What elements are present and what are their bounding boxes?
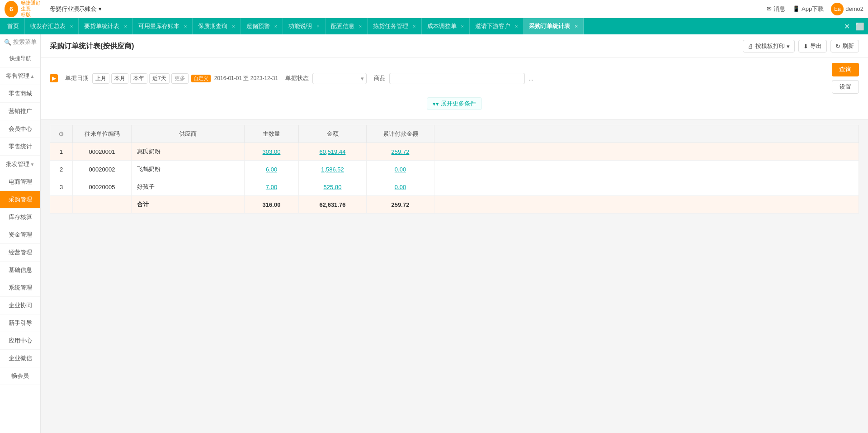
tab-shoufa[interactable]: 收发存汇总表 × [25,18,79,34]
tab-close-pinhuo[interactable]: × [413,24,415,29]
sidebar-item-basic[interactable]: 基础信息 [0,262,40,279]
cell-paid: 259.72 [367,143,434,161]
filter-expand-icon[interactable]: ▶ [50,74,58,82]
tab-close-caigou[interactable]: × [575,24,577,29]
sidebar-item-appstore[interactable]: 应用中心 [0,332,40,350]
expand-row: ▾▾ 展开更多条件 [50,94,859,114]
workspace-selector[interactable]: 母婴行业演示账套 ▾ [45,5,106,13]
sidebar-item-member2[interactable]: 畅会员 [0,367,40,385]
user-profile[interactable]: Ea demo2 [831,3,863,15]
sidebar-item-operation[interactable]: 经营管理 [0,244,40,262]
sidebar-item-newguide[interactable]: 新手引导 [0,314,40,332]
tab-gongneng[interactable]: 功能说明 × [283,18,325,34]
tab-yaohuo[interactable]: 要货单统计表 × [79,18,132,34]
cell-extra [434,143,859,161]
cell-qty: 303.00 [245,143,299,161]
sidebar-item-wholesale[interactable]: 批发管理 ▼ [0,156,40,173]
sidebar-item-retail[interactable]: 零售管理 ▲ [0,67,40,85]
amount-link[interactable]: 1,586.52 [321,166,344,173]
sidebar-item-marketing[interactable]: 营销推广 [0,103,40,120]
sidebar-item-enterprise[interactable]: 企业协同 [0,297,40,314]
th-paid: 累计付款金额 [367,125,434,143]
tab-close-yaohuo[interactable]: × [124,24,127,29]
search-menu-btn[interactable]: 🔍 搜索菜单 [3,38,38,46]
message-btn[interactable]: ✉ 消息 [767,5,785,13]
footer-label-text: 合计 [132,196,245,214]
footer-label [73,196,132,214]
amount-link[interactable]: 60,519.44 [320,148,346,155]
cell-code: 00020001 [73,143,132,161]
tab-keyong[interactable]: 可用量库存账本 × [133,18,193,34]
export-btn[interactable]: ⬇ 导出 [798,40,827,52]
date-7days[interactable]: 近7天 [149,73,170,84]
tab-close-chuchao[interactable]: × [274,24,277,29]
date-this-month[interactable]: 本月 [111,73,128,84]
close-tab-btn[interactable]: ✕ [842,20,852,33]
date-more[interactable]: 更多 [171,73,189,84]
table-header-row: ⚙ 往来单位编码 供应商 主数量 金额 累计付款金额 [50,125,859,143]
cell-amount: 60,519.44 [299,143,367,161]
tab-close-baozhi[interactable]: × [232,24,235,29]
sidebar-item-purchase[interactable]: 采购管理 [0,191,40,209]
sidebar-item-ecommerce[interactable]: 电商管理 [0,173,40,191]
tab-close-chengben[interactable]: × [461,24,464,29]
qty-link[interactable]: 7.00 [266,184,277,190]
tab-close-yaoqing[interactable]: × [515,24,518,29]
tab-close-gongneng[interactable]: × [316,24,319,29]
paid-link[interactable]: 259.72 [392,148,410,155]
tab-peizhiinfo[interactable]: 配置信息 × [326,18,368,34]
qty-link[interactable]: 303.00 [263,148,281,155]
th-qty: 主数量 [245,125,299,143]
tab-close-peizhiinfo[interactable]: × [359,24,362,29]
avatar: Ea [831,3,844,15]
app-download-btn[interactable]: 📱 App下载 [793,5,824,13]
table-row: 3 00020005 好孩子 7.00 525.80 0.00 [50,178,859,196]
query-btn[interactable]: 查询 [832,63,859,76]
column-settings-icon[interactable]: ⚙ [58,130,64,138]
data-table: ⚙ 往来单位编码 供应商 主数量 金额 累计付款金额 1 00020001 [50,125,859,214]
cell-code: 00020002 [73,161,132,178]
print-btn[interactable]: 🖨 按模板打印 ▾ [743,40,795,52]
qty-link[interactable]: 6.00 [266,166,277,173]
amount-link[interactable]: 525.80 [324,184,342,190]
nav-tabs: 首页 收发存汇总表 × 要货单统计表 × 可用量库存账本 × 保质期查询 × 超… [0,18,868,34]
tab-baozhi[interactable]: 保质期查询 × [193,18,241,34]
sidebar-item-retail-shop[interactable]: 零售商城 [0,85,40,103]
paid-link[interactable]: 0.00 [395,184,406,190]
logo: 6 畅捷通好生意 标版 [5,0,45,18]
tab-caigou[interactable]: 采购订单统计表 × [524,18,583,34]
filter-more-btn[interactable]: ... [528,75,533,82]
sidebar-search[interactable]: 🔍 搜索菜单 [0,34,40,50]
date-this-year[interactable]: 本年 [130,73,147,84]
cell-supplier: 惠氏奶粉 [132,143,245,161]
tab-close-shoufa[interactable]: × [70,24,73,29]
cell-extra [434,178,859,196]
expand-more-btn[interactable]: ▾▾ 展开更多条件 [427,97,482,110]
sidebar-quicknav[interactable]: 快捷导航 [0,50,40,67]
maximize-btn[interactable]: ⬜ [854,20,866,33]
tab-chuchao[interactable]: 超储预警 × [241,18,283,34]
goods-input[interactable] [389,73,525,84]
table-row: 1 00020001 惠氏奶粉 303.00 60,519.44 259.72 [50,143,859,161]
tab-home[interactable]: 首页 [2,18,25,34]
tab-yaoqing[interactable]: 邀请下游客户 × [470,18,524,34]
refresh-btn[interactable]: ↻ 刷新 [830,40,859,52]
tab-close-keyong[interactable]: × [184,24,187,29]
sidebar-item-member[interactable]: 会员中心 [0,120,40,138]
tab-pinhuo[interactable]: 拣货任务管理 × [368,18,421,34]
date-last-month[interactable]: 上月 [92,73,109,84]
page-title: 采购订单统计表(按供应商) [50,42,134,56]
sidebar-item-inventory[interactable]: 库存核算 [0,209,40,226]
settings-btn[interactable]: 设置 [832,80,859,94]
nav-tab-actions: ✕ ⬜ [842,20,866,33]
status-select[interactable] [312,73,367,84]
cell-qty: 6.00 [245,161,299,178]
paid-link[interactable]: 0.00 [395,166,406,173]
sidebar-item-system[interactable]: 系统管理 [0,279,40,297]
sidebar-item-finance[interactable]: 资金管理 [0,226,40,244]
chevron-up-icon: ▲ [30,74,35,79]
filter-goods-group: 商品 ... [374,73,533,84]
sidebar-item-wechat[interactable]: 企业微信 [0,350,40,367]
tab-chengben[interactable]: 成本调整单 × [422,18,470,34]
sidebar-item-retail-stats[interactable]: 零售统计 [0,138,40,156]
